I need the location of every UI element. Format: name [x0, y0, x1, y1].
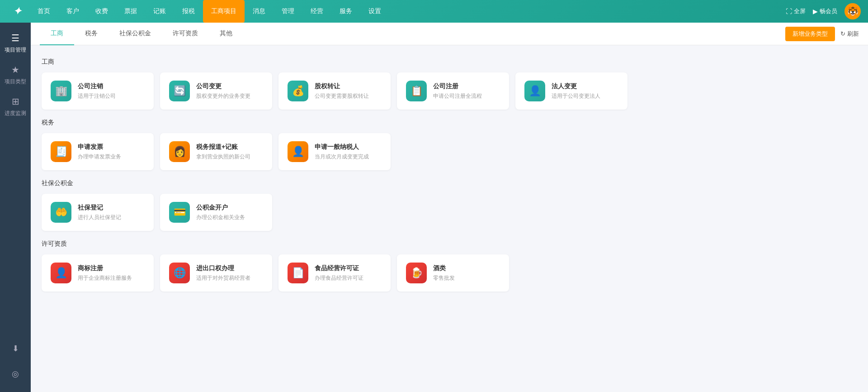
tab-right: 新增业务类型 ↻ 刷新 [785, 27, 859, 41]
company-change-icon: 🔄 [169, 81, 190, 101]
fullscreen-button[interactable]: ⛶ 全屏 [786, 7, 806, 15]
tab-tax[interactable]: 税务 [74, 23, 108, 45]
avatar[interactable]: 🐯 [844, 3, 861, 19]
card-trademark[interactable]: 👤 商标注册 用于企业商标注册服务 [42, 254, 154, 292]
tax-accounting-info: 税务报道+记账 拿到营业执照的新公司 [196, 143, 263, 161]
card-equity-transfer[interactable]: 💰 股权转让 公司变更需要股权转让 [278, 72, 391, 110]
nav-accounting[interactable]: 记账 [145, 0, 174, 23]
import-export-desc: 适用于对外贸易经营者 [196, 274, 263, 282]
company-cancel-title: 公司注销 [78, 82, 145, 91]
company-register-icon: 📋 [406, 81, 427, 101]
import-export-icon: 🌐 [169, 263, 190, 283]
card-fund-open[interactable]: 💳 公积金开户 办理公积金相关业务 [160, 194, 272, 231]
section-title-tax: 税务 [42, 119, 857, 127]
alcohol-icon: 🍺 [406, 263, 427, 283]
project-management-icon: ☰ [11, 33, 19, 43]
nav-home[interactable]: 首页 [29, 0, 58, 23]
tab-social-fund[interactable]: 社保公积金 [108, 23, 162, 45]
card-tax-accounting[interactable]: 👩 税务报道+记账 拿到营业执照的新公司 [160, 133, 272, 170]
tab-other[interactable]: 其他 [209, 23, 243, 45]
sidebar-download-button[interactable]: ⬇ [0, 338, 31, 359]
legal-change-desc: 适用于公司变更法人 [552, 92, 618, 100]
nav-message[interactable]: 消息 [245, 0, 274, 23]
tab-business[interactable]: 工商 [40, 23, 74, 45]
legal-change-icon: 👤 [524, 81, 545, 101]
refresh-button[interactable]: ↻ 刷新 [840, 30, 859, 38]
member-label: 畅会员 [820, 7, 837, 15]
card-apply-invoice[interactable]: 🧾 申请发票 办理申请发票业务 [42, 133, 154, 170]
card-food-license[interactable]: 📄 食品经营许可证 办理食品经营许可证 [278, 254, 391, 292]
logo: ✦ [5, 5, 29, 17]
card-general-taxpayer[interactable]: 👤 申请一般纳税人 当月或次月成变更完成 [278, 133, 391, 170]
card-alcohol[interactable]: 🍺 酒类 零售批发 [397, 254, 509, 292]
nav-business[interactable]: 工商项目 [203, 0, 245, 23]
card-import-export[interactable]: 🌐 进出口权办理 适用于对外贸易经营者 [160, 254, 272, 292]
equity-transfer-info: 股权转让 公司变更需要股权转让 [315, 82, 382, 100]
fullscreen-icon: ⛶ [786, 8, 792, 15]
tab-license[interactable]: 许可资质 [162, 23, 209, 45]
general-taxpayer-icon: 👤 [288, 141, 308, 162]
legal-change-title: 法人变更 [552, 82, 618, 91]
member-icon: ▶ [813, 8, 818, 15]
nav-fee[interactable]: 收费 [87, 0, 116, 23]
company-register-desc: 申请公司注册全流程 [433, 92, 500, 100]
sidebar-item-project-type[interactable]: ★ 项目类型 [0, 59, 31, 91]
nav-tax[interactable]: 报税 [174, 0, 203, 23]
alcohol-info: 酒类 零售批发 [433, 264, 500, 282]
general-taxpayer-desc: 当月或次月成变更完成 [315, 153, 382, 161]
company-change-info: 公司变更 股权变更外的业务变更 [196, 82, 263, 100]
legal-change-info: 法人变更 适用于公司变更法人 [552, 82, 618, 100]
download-icon: ⬇ [12, 344, 19, 354]
trademark-icon: 👤 [51, 263, 71, 283]
food-license-icon: 📄 [288, 263, 308, 283]
nav-service[interactable]: 服务 [331, 0, 360, 23]
social-register-title: 社保登记 [78, 204, 145, 212]
main-container: ☰ 项目管理 ★ 项目类型 ⊞ 进度监测 ⬇ ◎ 工商 税务 社保公积金 [0, 23, 868, 392]
nav-settings[interactable]: 设置 [360, 0, 389, 23]
nav-client[interactable]: 客户 [58, 0, 87, 23]
nav-manage[interactable]: 管理 [274, 0, 302, 23]
card-legal-change[interactable]: 👤 法人变更 适用于公司变更法人 [515, 72, 627, 110]
nav-right: ⛶ 全屏 ▶ 畅会员 🐯 [786, 3, 868, 19]
card-grid-business: 🏢 公司注销 适用于注销公司 🔄 公司变更 股权变更外的业务变更 💰 [42, 72, 857, 110]
apply-invoice-title: 申请发票 [78, 143, 145, 151]
tax-accounting-title: 税务报道+记账 [196, 143, 263, 151]
sidebar-item-project-management[interactable]: ☰ 项目管理 [0, 27, 31, 59]
food-license-title: 食品经营许可证 [315, 264, 382, 272]
sidebar-progress-monitor-label: 进度监测 [5, 110, 26, 117]
section-title-license: 许可资质 [42, 240, 857, 248]
social-register-desc: 进行人员社保登记 [78, 214, 145, 221]
social-register-icon: 🤲 [51, 202, 71, 223]
trademark-info: 商标注册 用于企业商标注册服务 [78, 264, 145, 282]
sidebar-item-progress-monitor[interactable]: ⊞ 进度监测 [0, 91, 31, 122]
sidebar-settings-button[interactable]: ◎ [0, 363, 31, 385]
member-button[interactable]: ▶ 畅会员 [813, 7, 837, 15]
card-company-cancel[interactable]: 🏢 公司注销 适用于注销公司 [42, 72, 154, 110]
equity-transfer-desc: 公司变更需要股权转让 [315, 92, 382, 100]
refresh-label: 刷新 [847, 30, 859, 38]
alcohol-desc: 零售批发 [433, 274, 500, 282]
company-cancel-desc: 适用于注销公司 [78, 92, 145, 100]
card-social-register[interactable]: 🤲 社保登记 进行人员社保登记 [42, 194, 154, 231]
sidebar-project-management-label: 项目管理 [5, 46, 26, 54]
card-grid-social: 🤲 社保登记 进行人员社保登记 💳 公积金开户 办理公积金相关业务 [42, 194, 857, 231]
card-company-change[interactable]: 🔄 公司变更 股权变更外的业务变更 [160, 72, 272, 110]
nav-bill[interactable]: 票据 [116, 0, 145, 23]
trademark-title: 商标注册 [78, 264, 145, 272]
equity-transfer-title: 股权转让 [315, 82, 382, 91]
top-navigation: ✦ 首页 客户 收费 票据 记账 报税 工商项目 消息 管理 经营 服务 设置 … [0, 0, 868, 23]
company-register-info: 公司注册 申请公司注册全流程 [433, 82, 500, 100]
company-change-title: 公司变更 [196, 82, 263, 91]
nav-operation[interactable]: 经营 [302, 0, 331, 23]
new-business-type-button[interactable]: 新增业务类型 [785, 27, 835, 41]
fund-open-info: 公积金开户 办理公积金相关业务 [196, 204, 263, 221]
project-type-icon: ★ [11, 64, 19, 75]
card-grid-tax: 🧾 申请发票 办理申请发票业务 👩 税务报道+记账 拿到营业执照的新公司 👤 [42, 133, 857, 170]
content-area: 工商 税务 社保公积金 许可资质 其他 新增业务类型 ↻ 刷新 工商 🏢 [31, 23, 868, 392]
scroll-content[interactable]: 工商 🏢 公司注销 适用于注销公司 🔄 公司变更 股权变更外的业务变更 [31, 45, 868, 392]
progress-monitor-icon: ⊞ [12, 96, 19, 107]
tax-accounting-desc: 拿到营业执照的新公司 [196, 153, 263, 161]
import-export-info: 进出口权办理 适用于对外贸易经营者 [196, 264, 263, 282]
company-cancel-info: 公司注销 适用于注销公司 [78, 82, 145, 100]
card-company-register[interactable]: 📋 公司注册 申请公司注册全流程 [397, 72, 509, 110]
